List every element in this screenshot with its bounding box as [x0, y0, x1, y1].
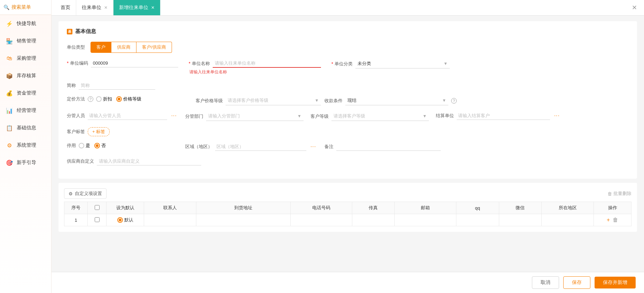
payment-terms-help-icon[interactable]: ?: [451, 98, 457, 104]
row-phone-input[interactable]: [302, 218, 340, 223]
region-input-wrapper: [215, 143, 306, 151]
customer-level-label: 客户等级: [311, 113, 329, 120]
supplier-custom-input[interactable]: [97, 157, 201, 165]
row-region-input[interactable]: [552, 218, 583, 223]
tabbar-close-btn[interactable]: ✕: [628, 4, 641, 11]
row-address: [196, 214, 290, 226]
tag-add-btn[interactable]: + 标签: [88, 127, 110, 136]
table-row: 1 默认: [64, 214, 631, 226]
department-select[interactable]: 请输入分管部门 ▼: [206, 112, 304, 121]
sidebar-item-purchase[interactable]: 🛍 采购管理: [0, 50, 51, 67]
btn-type-both[interactable]: 客户/供应商: [136, 42, 172, 53]
contact-table: 序号 设为默认 联系人 到货地址 电话号码 传真 邮箱 qq 微信 所在地区 操…: [64, 202, 631, 226]
row-default-radio-outer: [117, 217, 123, 223]
save-button[interactable]: 保存: [563, 276, 590, 289]
pricing-row: 定价方法 ? 折扣 价格等级: [67, 96, 629, 105]
btn-type-supplier[interactable]: 供应商: [111, 42, 136, 53]
row-contact-input[interactable]: [155, 218, 186, 223]
payment-terms-select[interactable]: 现结 ▼: [345, 96, 448, 105]
sales-icon: 🏪: [6, 37, 13, 45]
short-name-input[interactable]: [79, 81, 155, 90]
unit-type-btn-group: 客户 供应商 客户/供应商: [91, 42, 172, 53]
row-default: 默认: [107, 214, 144, 226]
manager-more-btn[interactable]: ···: [170, 113, 178, 119]
remark-input[interactable]: [336, 143, 441, 151]
row-email-input[interactable]: [406, 218, 445, 223]
row-wechat-input[interactable]: [508, 218, 532, 223]
short-name-label: 简称: [67, 82, 76, 89]
custom-setting-btn[interactable]: ⚙ 自定义项设置: [64, 188, 107, 199]
region-more-btn[interactable]: ···: [309, 144, 317, 150]
col-addr-header: 到货地址: [196, 202, 290, 214]
sidebar-item-sales[interactable]: 🏪 销售管理: [0, 32, 51, 50]
unit-name-input[interactable]: [213, 59, 321, 68]
tab-home[interactable]: 首页: [55, 0, 76, 15]
department-placeholder: 请输入分管部门: [208, 113, 297, 119]
unit-name-wrapper: 单位名称 请输入往来单位名称: [189, 59, 321, 75]
unit-code-input[interactable]: [91, 59, 178, 67]
batch-delete-label: 批量删除: [613, 190, 631, 197]
row-wechat: [499, 214, 542, 226]
row-default-radio[interactable]: 默认: [110, 217, 140, 223]
supplier-custom-label: 供应商自定义: [67, 158, 94, 164]
row-default-radio-inner: [119, 219, 121, 221]
settlement-unit-label: 结算单位: [436, 113, 454, 119]
manager-input[interactable]: [88, 112, 167, 120]
sidebar-search[interactable]: 🔍 搜索菜单: [0, 0, 51, 15]
radio-disabled-no[interactable]: 否: [94, 143, 106, 149]
pricing-radio-group: 折扣 价格等级: [96, 96, 141, 102]
sidebar-quick-nav-label: 快捷导航: [17, 21, 36, 27]
customer-price-level-placeholder: 请选择客户价格等级: [228, 97, 315, 104]
row-qq-input[interactable]: [465, 218, 490, 223]
settlement-unit-input-wrapper: [457, 112, 550, 120]
sidebar-item-inventory[interactable]: 📦 库存核算: [0, 67, 51, 84]
sidebar-finance-label: 资金管理: [17, 90, 36, 96]
sidebar-item-operations[interactable]: 📊 经营管理: [0, 102, 51, 119]
tab-partner[interactable]: 往来单位 ✕: [76, 0, 113, 15]
tab-partner-close[interactable]: ✕: [104, 5, 108, 10]
customer-level-field: 客户等级 请选择客户等级 ▼: [311, 112, 429, 121]
customer-price-level-arrow: ▼: [315, 98, 319, 103]
row-delete-btn[interactable]: 🗑: [613, 217, 618, 223]
tab-new-partner-close[interactable]: ✕: [151, 5, 155, 10]
basic-info-section: 基 基本信息 单位类型 客户 供应商 客户/供应商 单位编码: [58, 21, 637, 179]
row-seq: 1: [64, 214, 88, 226]
col-contact-header: 联系人: [144, 202, 196, 214]
region-input[interactable]: [215, 143, 306, 150]
customer-level-select[interactable]: 请选择客户等级 ▼: [331, 112, 429, 121]
settlement-unit-input[interactable]: [457, 112, 550, 120]
row-add-btn[interactable]: +: [607, 217, 610, 223]
sidebar: 🔍 搜索菜单 ⚡ 快捷导航 🏪 销售管理 🛍 采购管理 📦 库存核算 💰 资金管…: [0, 0, 52, 293]
operations-icon: 📊: [6, 107, 13, 114]
btn-type-customer[interactable]: 客户: [91, 42, 111, 53]
radio-price-level[interactable]: 价格等级: [116, 96, 141, 102]
sidebar-item-finance[interactable]: 💰 资金管理: [0, 84, 51, 102]
save-new-button[interactable]: 保存并新增: [595, 277, 636, 288]
sidebar-guide-label: 新手引导: [17, 160, 36, 166]
pricing-help-icon[interactable]: ?: [88, 96, 93, 102]
customer-price-level-select[interactable]: 请选择客户价格等级 ▼: [226, 96, 321, 105]
sidebar-item-quick-nav[interactable]: ⚡ 快捷导航: [0, 15, 51, 32]
pricing-method-field: 定价方法 ? 折扣 价格等级: [67, 96, 192, 102]
radio-disabled-yes[interactable]: 是: [79, 143, 90, 149]
radio-discount[interactable]: 折扣: [96, 96, 112, 102]
select-all-checkbox[interactable]: [95, 205, 100, 210]
row-checkbox[interactable]: [95, 217, 100, 222]
section-title-text: 基本信息: [75, 28, 96, 35]
disabled-radio-group: 是 否: [79, 143, 106, 149]
row-address-input[interactable]: [212, 218, 275, 223]
row-action-group: + 🗑: [597, 217, 628, 223]
batch-delete-btn[interactable]: 🗑 批量删除: [607, 190, 631, 197]
unit-category-label: 单位分类: [331, 61, 353, 67]
radio-price-level-inner: [118, 98, 120, 100]
unit-code-name-row: 单位编码 单位名称 请输入往来单位名称 单位分类 未分类 ▼: [67, 59, 629, 75]
cancel-button[interactable]: 取消: [532, 276, 559, 289]
settlement-unit-more-btn[interactable]: ···: [553, 113, 561, 119]
sidebar-system-label: 系统管理: [17, 142, 36, 148]
sidebar-item-guide[interactable]: 🎯 新手引导: [0, 154, 51, 171]
sidebar-item-basic[interactable]: 📋 基础信息: [0, 119, 51, 137]
row-fax-input[interactable]: [361, 218, 385, 223]
sidebar-item-system[interactable]: ⚙ 系统管理: [0, 137, 51, 154]
unit-category-select[interactable]: 未分类 ▼: [355, 59, 450, 68]
tab-new-partner[interactable]: 新增往来单位 ✕: [113, 0, 160, 15]
